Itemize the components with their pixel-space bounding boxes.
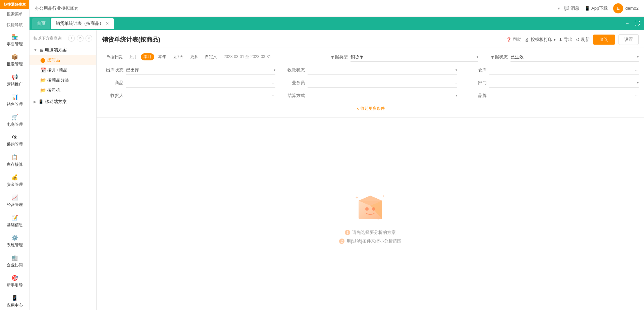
- page-actions: ❓ 帮助 🖨 按模板打印 ▾ ⬇ 导出 ↺ 刷新: [506, 34, 639, 45]
- sidebar-item-system[interactable]: ⚙️ 系统管理: [0, 231, 29, 251]
- filter-recipient[interactable]: ···: [126, 91, 275, 100]
- sidebar-item-guide[interactable]: 🎯 新手引导: [0, 271, 29, 292]
- tree-item-by-vendor[interactable]: 📂 按司机: [30, 85, 96, 95]
- tab-home[interactable]: 首页: [32, 18, 50, 29]
- sidebar-item-operation[interactable]: 📈 经营管理: [0, 191, 29, 211]
- sidebar-item-marketing[interactable]: 📢 营销推广: [0, 70, 29, 91]
- marketing-icon: 📢: [11, 74, 18, 80]
- dropdown-arrow-icon[interactable]: ▾: [558, 6, 560, 11]
- filter-row-0: 单据日期 上月 本月 本年 近7天 更多 自定义 2023-03-01 至 20…: [102, 52, 639, 62]
- corp-icon: 🏢: [11, 255, 18, 261]
- tree-item-by-goods-type[interactable]: 📂 按商品分类: [30, 75, 96, 85]
- sidebar-item-sales[interactable]: 📊 销售管理: [0, 91, 29, 111]
- tab-close-icon[interactable]: ✕: [106, 21, 109, 25]
- filter-dept[interactable]: ▾: [489, 78, 639, 88]
- date-btn-custom[interactable]: 自定义: [202, 53, 220, 60]
- collapse-button[interactable]: ∧ 收起更多条件: [102, 104, 639, 113]
- collapse-panel-button[interactable]: «: [86, 35, 92, 42]
- empty-illustration: ✦ ✦ ✦: [350, 184, 390, 224]
- recipient-dots-icon[interactable]: ···: [272, 93, 275, 98]
- date-btn-last-month[interactable]: 上月: [126, 53, 140, 60]
- empty-state: ✦ ✦ ✦ 1 请先选择要分析的方案 2 用[过滤]条件来缩小分析范围: [97, 118, 644, 310]
- tab-report[interactable]: 销货单统计表（按商品） ✕: [51, 18, 114, 29]
- empty-hint-1-text: 请先选择要分析的方案: [352, 229, 396, 236]
- template-print-button[interactable]: 🖨 按模板打印 ▾: [525, 37, 555, 43]
- folder-icon: 🖥: [39, 48, 44, 53]
- pay-status-arrow-icon: ▾: [455, 68, 457, 72]
- refresh-scheme-button[interactable]: ↺: [77, 35, 84, 42]
- app-download-label: App下载: [591, 5, 608, 11]
- svg-point-3: [365, 207, 369, 211]
- filter-payment-method[interactable]: ▾: [308, 91, 457, 100]
- maximize-button[interactable]: ⛶: [633, 19, 641, 28]
- filter-salesperson[interactable]: ···: [308, 78, 457, 88]
- export-button[interactable]: ⬇ 导出: [559, 37, 573, 43]
- date-btn-more[interactable]: 更多: [187, 53, 201, 60]
- tree-item-by-vendor-label: 按司机: [47, 87, 60, 93]
- collapse-icon: ∧: [356, 106, 359, 111]
- minimize-button[interactable]: −: [623, 19, 631, 28]
- goods-dots-icon[interactable]: ···: [272, 80, 275, 85]
- date-range-value: 2023-03-01 至 2023-03-31: [224, 54, 271, 60]
- section-desktop: ▼ 🖥 电脑端方案 ⬤ 按商品 📅 按月+商品 📂 按商品分类 📂: [30, 44, 96, 96]
- sidebar-search[interactable]: 搜索菜单: [0, 9, 29, 20]
- user-avatar: E: [613, 3, 623, 13]
- sidebar-item-finance[interactable]: 💰 资金管理: [0, 171, 29, 191]
- wholesale-icon: 📦: [11, 54, 18, 60]
- filter-label-goods: 商品: [102, 80, 126, 86]
- tabbar: 首页 销货单统计表（按商品） ✕ − ⛶: [30, 17, 644, 30]
- section-mobile-header[interactable]: ▶ 📱 移动端方案: [30, 97, 96, 107]
- sidebar-item-ecommerce[interactable]: 🛒 电商管理: [0, 111, 29, 131]
- user-name: demo2: [625, 6, 639, 11]
- warehouse-dots-icon[interactable]: ···: [635, 67, 639, 72]
- filter-pay-status[interactable]: ▾: [308, 65, 457, 75]
- sidebar-item-retail[interactable]: 🏪 零售管理: [0, 30, 29, 50]
- date-btn-this-month[interactable]: 本月: [141, 53, 154, 60]
- sidebar-nav[interactable]: 快捷导航: [0, 20, 29, 30]
- sidebar-item-basic[interactable]: 📝 基础信息: [0, 211, 29, 231]
- date-btn-this-year[interactable]: 本年: [156, 53, 169, 60]
- filter-brand[interactable]: ···: [489, 91, 639, 100]
- tree-item-by-month-goods[interactable]: 📅 按月+商品: [30, 65, 96, 75]
- mobile-folder-icon: 📱: [38, 99, 44, 104]
- topbar-app-download[interactable]: 📱 App下载: [585, 5, 608, 11]
- sidebar-item-purchase-label: 采购管理: [7, 142, 23, 147]
- right-panel: 销货单统计表(按商品) ❓ 帮助 🖨 按模板打印 ▾ ⬇ 导出: [97, 30, 644, 310]
- logo: 畅捷通好生意: [0, 0, 29, 9]
- refresh-button[interactable]: ↺ 刷新: [576, 37, 590, 43]
- sidebar-item-appcenter[interactable]: 📱 应用中心: [0, 292, 29, 310]
- setting-button[interactable]: 设置: [619, 34, 639, 45]
- sales-icon: 📊: [11, 94, 18, 100]
- sidebar-item-inventory[interactable]: 📋 库存核算: [0, 151, 29, 171]
- payment-method-arrow-icon: ▾: [455, 94, 457, 97]
- appcenter-icon: 📱: [11, 295, 18, 301]
- collapse-label: 收起更多条件: [361, 106, 385, 111]
- filter-doc-status[interactable]: 已生效 ▾: [511, 52, 639, 62]
- help-button[interactable]: ❓ 帮助: [506, 37, 522, 43]
- dept-arrow-icon: ▾: [637, 81, 639, 85]
- topbar-message[interactable]: 💬 消息: [564, 5, 579, 11]
- filter-out-status[interactable]: 已出库 ▾: [126, 65, 275, 75]
- salesperson-dots-icon[interactable]: ···: [453, 80, 457, 85]
- sidebar-item-corp[interactable]: 🏢 企业协同: [0, 251, 29, 271]
- sidebar-item-appcenter-label: 应用中心: [7, 303, 23, 308]
- date-btn-7days[interactable]: 近7天: [170, 53, 186, 60]
- add-scheme-button[interactable]: +: [68, 35, 75, 42]
- filter-row-1: 出库状态 已出库 ▾ 收款状态 ▾ 仓库 ···: [102, 65, 639, 75]
- basic-icon: 📝: [11, 214, 18, 221]
- section-desktop-header[interactable]: ▼ 🖥 电脑端方案: [30, 45, 96, 55]
- empty-hint-2: 2 用[过滤]条件来缩小分析范围: [339, 238, 401, 244]
- filter-goods[interactable]: ···: [126, 78, 275, 88]
- query-button[interactable]: 查询: [593, 35, 615, 45]
- topbar-user[interactable]: E demo2: [613, 3, 639, 13]
- sidebar-item-wholesale[interactable]: 📦 批发管理: [0, 50, 29, 70]
- help-icon: ❓: [506, 37, 512, 42]
- brand-dots-icon[interactable]: ···: [635, 93, 639, 98]
- doc-status-arrow-icon: ▾: [637, 55, 639, 59]
- filter-doc-type[interactable]: 销货单 ▾: [351, 52, 479, 62]
- sidebar-item-operation-label: 经营管理: [7, 202, 23, 208]
- sidebar-item-purchase[interactable]: 🛍 采购管理: [0, 131, 29, 151]
- tree-item-by-goods[interactable]: ⬤ 按商品: [30, 55, 96, 65]
- filter-warehouse[interactable]: ···: [489, 65, 639, 75]
- filter-date[interactable]: 上月 本月 本年 近7天 更多 自定义 2023-03-01 至 2023-03…: [126, 52, 318, 62]
